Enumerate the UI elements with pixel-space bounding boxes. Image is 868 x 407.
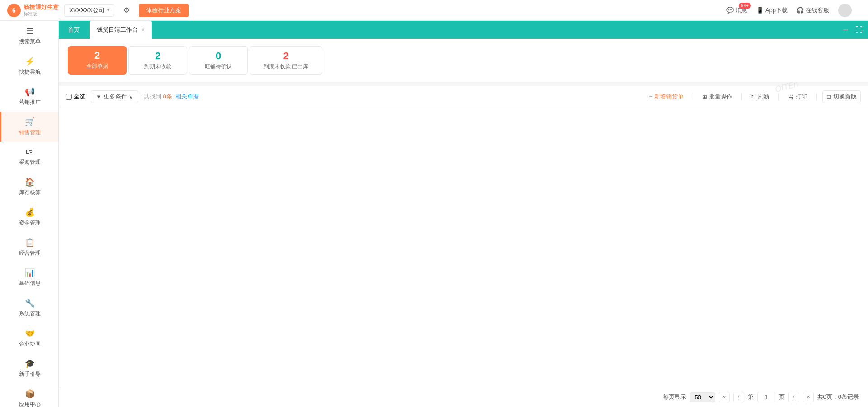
purchase-icon: 🛍: [26, 147, 34, 157]
sidebar-item-label: 采购管理: [19, 159, 41, 166]
sidebar-item-label: 基础信息: [19, 280, 41, 287]
add-sale-button[interactable]: + 新增销货单: [646, 91, 687, 103]
app-download-action[interactable]: 📱 App下载: [756, 6, 788, 14]
chevron-down-icon: ∨: [129, 94, 133, 100]
sidebar-item-search-menu[interactable]: ☰ 搜索菜单: [0, 21, 58, 51]
select-all-input[interactable]: [66, 94, 72, 100]
sidebar-item-label: 系统管理: [19, 310, 41, 318]
logo-icon: 6: [7, 4, 21, 17]
sidebar-item-sales[interactable]: 🛒 销售管理: [0, 112, 58, 142]
tab-active[interactable]: 钱货日清工作台 ×: [90, 21, 152, 39]
search-menu-icon: ☰: [26, 26, 33, 36]
filter-icon: ▼: [96, 94, 102, 100]
pagination: 每页显示 50 100 200 « ‹ 第 页 › » 共0页，0条记录: [59, 387, 868, 407]
first-page-button[interactable]: «: [719, 392, 730, 402]
avatar[interactable]: [838, 4, 852, 17]
stat-card-overdue[interactable]: 2 到期未收款: [128, 46, 187, 75]
sidebar-item-label: 新手引导: [19, 370, 41, 378]
expand-tab-button[interactable]: ⛶: [854, 24, 864, 36]
sidebar-item-label: 应用中心: [19, 401, 41, 407]
prev-page-button[interactable]: ‹: [733, 392, 744, 402]
batch-op-label: 批量操作: [709, 93, 732, 101]
company-selector[interactable]: XXXXXX公司 ▾: [64, 4, 114, 17]
main-content: 首页 钱货日清工作台 × ─ ⛶ 2 全部单据 2 到期未收款: [59, 21, 868, 407]
switch-new-label: 切换新版: [833, 93, 857, 101]
sidebar-item-cooperation[interactable]: 🤝 企业协同: [0, 323, 58, 353]
last-page-button[interactable]: »: [803, 392, 814, 402]
found-count: 0条: [163, 93, 172, 100]
sidebar-item-label: 搜索菜单: [19, 38, 41, 46]
switch-new-button[interactable]: ⊡ 切换新版: [822, 90, 861, 103]
tab-home[interactable]: 首页: [59, 21, 89, 39]
related-link[interactable]: 相关单据: [175, 93, 199, 100]
per-page-label: 每页显示: [663, 393, 686, 401]
stat-card-not-shipped[interactable]: 2 到期未收款 已出库: [250, 46, 322, 75]
stat-card-all[interactable]: 2 全部单据: [68, 46, 127, 75]
switch-icon: ⊡: [826, 94, 831, 100]
select-all-label: 全选: [74, 93, 85, 101]
settings-icon[interactable]: ⚙: [120, 4, 133, 17]
basics-icon: 📊: [25, 268, 35, 278]
sidebar-item-marketing[interactable]: 📢 营销推广: [0, 81, 58, 112]
operations-icon: 📋: [25, 238, 35, 248]
batch-op-button[interactable]: ⊞ 批量操作: [698, 91, 736, 103]
sales-icon: 🛒: [25, 117, 35, 127]
minimize-tab-button[interactable]: ─: [841, 24, 850, 36]
online-service-action[interactable]: 🎧 在线客服: [797, 6, 829, 14]
sidebar-item-operations[interactable]: 📋 经营管理: [0, 232, 58, 262]
print-button[interactable]: 🖨 打印: [784, 91, 811, 103]
logo-text: 畅捷通好生意 标准版: [24, 4, 59, 17]
sidebar-item-label: 资金管理: [19, 219, 41, 227]
page-suffix: 页: [779, 393, 785, 401]
sidebar: ☰ 搜索菜单 ⚡ 快捷导航 📢 营销推广 🛒 销售管理 🛍 采购管理 🏠 库存核…: [0, 21, 59, 407]
message-badge: 99+: [739, 3, 751, 9]
stat-card-pending[interactable]: 0 旺铺待确认: [189, 46, 248, 75]
stat-number-not-shipped: 2: [264, 50, 308, 62]
stats-cards: 2 全部单据 2 到期未收款 0 旺铺待确认 2 到期未收款 已出库: [59, 39, 868, 82]
sidebar-item-newbie[interactable]: 🎓 新手引导: [0, 353, 58, 384]
marketing-icon: 📢: [25, 87, 35, 97]
toolbar: 全选 ▼ 更多条件 ∨ 共找到 0条 相关单据 + 新增销货单: [59, 86, 868, 108]
stat-number-all: 2: [81, 50, 113, 61]
header-left: 6 畅捷通好生意 标准版 XXXXXX公司 ▾ ⚙ 体验行业方案: [7, 4, 189, 17]
sidebar-item-finance[interactable]: 💰 资金管理: [0, 202, 58, 232]
logo-area: 6 畅捷通好生意 标准版: [7, 4, 59, 17]
divider2: [741, 93, 742, 100]
online-service-label: 在线客服: [806, 6, 829, 14]
page-number-input[interactable]: [757, 392, 775, 402]
content-area: 2 全部单据 2 到期未收款 0 旺铺待确认 2 到期未收款 已出库: [59, 39, 868, 407]
refresh-button[interactable]: ↻ 刷新: [747, 91, 773, 103]
found-text: 共找到 0条 相关单据: [144, 93, 199, 101]
print-label: 打印: [796, 93, 807, 101]
divider: [693, 93, 693, 100]
quick-nav-icon: ⚡: [25, 56, 35, 66]
divider4: [816, 93, 817, 100]
select-all-checkbox[interactable]: 全选: [66, 93, 85, 101]
stat-label-not-shipped: 到期未收款 已出库: [264, 63, 308, 70]
table-empty: [59, 108, 868, 387]
logo-sub: 标准版: [24, 11, 59, 17]
tab-close-icon[interactable]: ×: [142, 27, 145, 33]
more-filter-button[interactable]: ▼ 更多条件 ∨: [91, 90, 138, 103]
message-action[interactable]: 💬 消息 99+: [726, 6, 747, 14]
sidebar-item-purchase[interactable]: 🛍 采购管理: [0, 142, 58, 172]
stat-label-pending: 旺铺待确认: [203, 63, 234, 70]
page-label: 第: [748, 393, 754, 401]
sidebar-item-label: 快捷导航: [19, 68, 41, 76]
top-header: 6 畅捷通好生意 标准版 XXXXXX公司 ▾ ⚙ 体验行业方案 💬 消息 99…: [0, 0, 868, 21]
sidebar-item-inventory[interactable]: 🏠 库存核算: [0, 172, 58, 202]
refresh-icon: ↻: [751, 94, 756, 100]
pagination-summary: 共0页，0条记录: [817, 393, 859, 401]
sidebar-item-quick-nav[interactable]: ⚡ 快捷导航: [0, 51, 58, 81]
sidebar-item-system[interactable]: 🔧 系统管理: [0, 293, 58, 323]
system-icon: 🔧: [25, 298, 35, 308]
sidebar-item-basics[interactable]: 📊 基础信息: [0, 262, 58, 293]
trial-button[interactable]: 体验行业方案: [139, 4, 189, 17]
toolbar-left: 全选 ▼ 更多条件 ∨ 共找到 0条 相关单据: [66, 90, 199, 103]
inventory-icon: 🏠: [25, 177, 35, 187]
phone-icon: 📱: [756, 7, 764, 14]
divider3: [778, 93, 779, 100]
next-page-button[interactable]: ›: [788, 392, 799, 402]
per-page-select[interactable]: 50 100 200: [690, 392, 715, 402]
sidebar-item-app-center[interactable]: 📦 应用中心: [0, 384, 58, 407]
